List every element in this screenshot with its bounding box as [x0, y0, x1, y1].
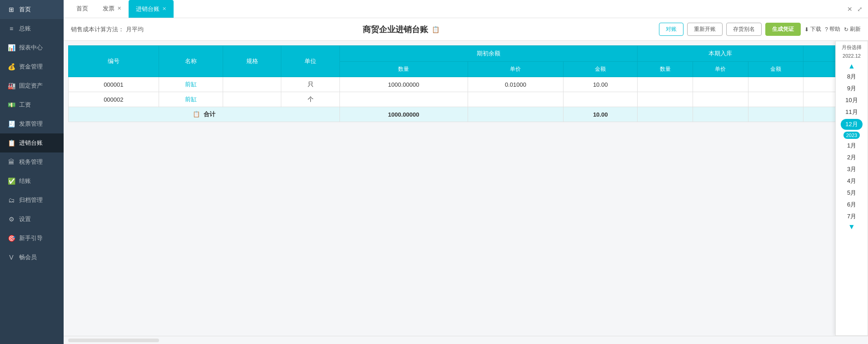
sidebar-item-fixed-assets[interactable]: 🏭 固定资产	[0, 76, 64, 95]
tab-invoice-close[interactable]: ✕	[117, 5, 121, 11]
cell-ci-price	[693, 77, 748, 92]
cell-code: 000002	[69, 92, 159, 107]
tab-home-label: 首页	[76, 5, 88, 13]
tab-home[interactable]: 首页	[69, 0, 95, 18]
table-wrapper: 编号 名称 规格 单位 期初余额 本期入库 数量 单价 金额 数量	[64, 41, 868, 336]
cell-name[interactable]: 前缸	[159, 92, 223, 107]
sidebar-item-tax-management[interactable]: 🏛 税务管理	[0, 152, 64, 172]
month-item-12[interactable]: 12月	[841, 119, 862, 130]
download-button[interactable]: ⬇ 下载	[804, 25, 821, 33]
month-item-11[interactable]: 11月	[836, 106, 868, 118]
total-ob-price	[468, 107, 564, 122]
cell-ob-price	[468, 92, 564, 107]
sidebar-item-label: 固定资产	[19, 82, 43, 90]
table-row: 000001 前缸 只 1000.00000 0.01000 10.00	[69, 77, 863, 92]
sidebar-item-label: 税务管理	[19, 158, 43, 166]
sidebar-item-label: 发票管理	[19, 120, 43, 128]
purchase-sales-icon: 📋	[7, 139, 15, 147]
save-alias-button[interactable]: 存货别名	[726, 23, 762, 36]
cell-unit: 只	[281, 77, 339, 92]
sidebar-item-fund-management[interactable]: 💰 资金管理	[0, 57, 64, 76]
col-sub-ci-price: 单价	[693, 62, 748, 77]
cell-spec	[223, 92, 281, 107]
total-ci-price	[693, 107, 748, 122]
page-title: 商贸企业进销台账	[363, 24, 428, 35]
reopen-button[interactable]: 重新开账	[687, 23, 723, 36]
month-nav-up[interactable]: ▲	[847, 62, 856, 71]
month-item-9[interactable]: 9月	[836, 83, 868, 94]
cell-ci-qty	[638, 92, 693, 107]
month-nav-down[interactable]: ▼	[847, 222, 856, 231]
page-title-icon[interactable]: 📋	[432, 26, 439, 33]
sidebar-item-new-guide[interactable]: 🎯 新手引导	[0, 229, 64, 248]
tab-bar: 首页 发票 ✕ 进销台账 ✕ ✕ ⤢	[64, 0, 868, 18]
month-item-5[interactable]: 5月	[836, 187, 868, 199]
reconcile-button[interactable]: 对账	[659, 23, 683, 36]
sidebar-item-home[interactable]: ⊞ 首页	[0, 0, 64, 19]
month-item-10[interactable]: 10月	[836, 94, 868, 106]
total-ob-amount: 10.00	[564, 107, 638, 122]
cost-method-value: 月平均	[126, 26, 144, 33]
sidebar-item-label: 资金管理	[19, 63, 43, 71]
col-header-current-inbound: 本期入库	[638, 46, 803, 62]
total-row: 📋 合计 1000.00000 10.00	[69, 107, 863, 122]
guide-icon: 🎯	[7, 235, 15, 242]
sidebar-item-label: 总账	[19, 25, 31, 33]
month-item-4[interactable]: 4月	[836, 175, 868, 187]
month-item-1[interactable]: 1月	[836, 140, 868, 152]
cell-ci-amount	[748, 77, 803, 92]
report-icon: 📊	[7, 44, 15, 51]
col-header-unit: 单位	[281, 46, 339, 77]
table-row: 000002 前缸 个	[69, 92, 863, 107]
cell-ob-amount	[564, 92, 638, 107]
ledger-icon: ≡	[7, 25, 15, 32]
cost-method: 销售成本计算方法： 月平均	[71, 25, 144, 34]
total-label: 📋 合计	[69, 107, 340, 122]
tab-invoice[interactable]: 发票 ✕	[95, 0, 129, 18]
month-item-6[interactable]: 6月	[836, 199, 868, 211]
month-panel-title: 月份选择	[840, 44, 863, 51]
settings-icon: ⚙	[7, 216, 15, 223]
page-title-area: 商贸企业进销台账 📋	[363, 24, 439, 35]
sidebar-item-label: 畅会员	[19, 253, 37, 261]
col-sub-ci-amount: 金额	[748, 62, 803, 77]
sidebar-item-settings[interactable]: ⚙ 设置	[0, 210, 64, 229]
sidebar-item-closing[interactable]: ✅ 结账	[0, 172, 64, 191]
cell-name[interactable]: 前缸	[159, 77, 223, 92]
total-ob-qty: 1000.00000	[339, 107, 468, 122]
help-icon: ?	[825, 26, 828, 33]
month-item-3[interactable]: 3月	[836, 163, 868, 175]
sidebar-item-salary[interactable]: 💵 工资	[0, 95, 64, 114]
col-sub-ci-qty: 数量	[638, 62, 693, 77]
month-panel-year: 2022.12	[841, 53, 863, 59]
data-table: 编号 名称 规格 单位 期初余额 本期入库 数量 单价 金额 数量	[68, 45, 863, 122]
month-item-2[interactable]: 2月	[836, 152, 868, 163]
sidebar-item-purchase-sales[interactable]: 📋 进销台账	[0, 133, 64, 152]
sidebar-item-label: 首页	[19, 5, 31, 14]
refresh-button[interactable]: ↻ 刷新	[844, 25, 861, 33]
toolbar: 对账 重新开账 存货别名 生成凭证 ⬇ 下载 ? 帮助 ↻ 刷新	[659, 23, 861, 36]
sidebar-item-invoice-management[interactable]: 🧾 发票管理	[0, 114, 64, 133]
horizontal-scrollbar[interactable]	[68, 339, 159, 342]
col-sub-ob-price: 单价	[468, 62, 564, 77]
sidebar-item-membership[interactable]: V 畅会员	[0, 248, 64, 267]
tab-purchase-sales-close[interactable]: ✕	[162, 6, 166, 12]
sidebar-item-label: 设置	[19, 215, 31, 223]
sidebar-item-label: 新手引导	[19, 234, 43, 242]
tab-purchase-sales-ledger[interactable]: 进销台账 ✕	[129, 0, 174, 18]
window-close-button[interactable]: ✕	[847, 5, 853, 13]
month-item-8[interactable]: 8月	[836, 71, 868, 83]
year-2023-badge: 2023	[843, 132, 860, 139]
salary-icon: 💵	[7, 101, 15, 108]
window-maximize-button[interactable]: ⤢	[857, 5, 863, 13]
sidebar-item-general-ledger[interactable]: ≡ 总账	[0, 19, 64, 38]
help-button[interactable]: ? 帮助	[825, 25, 840, 33]
sidebar-item-report-center[interactable]: 📊 报表中心	[0, 38, 64, 57]
generate-voucher-button[interactable]: 生成凭证	[765, 23, 801, 36]
col-header-code: 编号	[69, 46, 159, 77]
main-content: 首页 发票 ✕ 进销台账 ✕ ✕ ⤢ 销售成本计算方法： 月平均 商贸企业进销台…	[64, 0, 868, 344]
sidebar-item-archive-management[interactable]: 🗂 归档管理	[0, 191, 64, 210]
month-item-7[interactable]: 7月	[836, 211, 868, 222]
col-header-spec: 规格	[223, 46, 281, 77]
closing-icon: ✅	[7, 177, 15, 185]
